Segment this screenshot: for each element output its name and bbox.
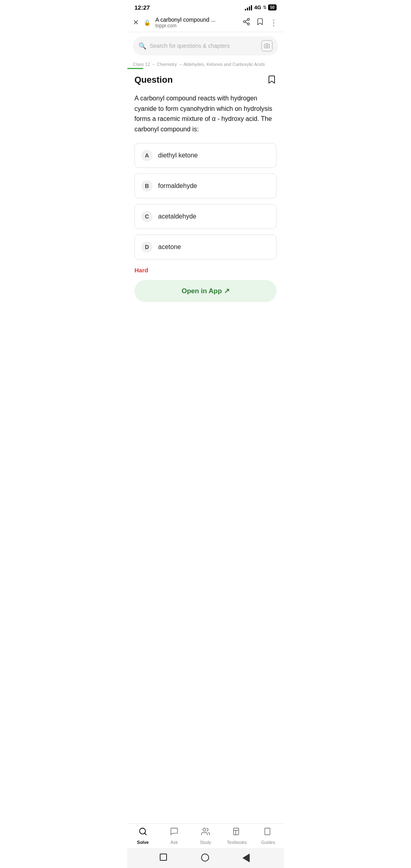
search-placeholder: Search for questions & chapters xyxy=(150,43,258,49)
question-heading: Question xyxy=(134,75,173,85)
svg-point-5 xyxy=(266,45,268,47)
question-body: A carbonyl compound reacts with hydrogen… xyxy=(134,93,277,134)
battery-indicator: 50 xyxy=(268,4,277,10)
url-block: A carbonyl compound ... toppr.com xyxy=(155,16,238,29)
option-d[interactable]: D acetone xyxy=(134,235,277,259)
question-header: Question xyxy=(134,75,277,87)
share-icon[interactable] xyxy=(242,18,250,28)
search-bar-container: 🔍 Search for questions & chapters xyxy=(127,32,284,59)
camera-icon[interactable] xyxy=(261,40,273,51)
option-b-badge: B xyxy=(141,180,153,192)
main-content: Question A carbonyl compound reacts with… xyxy=(127,69,284,312)
difficulty-label: Hard xyxy=(134,267,277,274)
close-icon[interactable]: ✕ xyxy=(133,18,139,27)
status-bar: 12:27 4G ⇅ 50 xyxy=(127,0,284,13)
status-time: 12:27 xyxy=(134,4,150,11)
option-b[interactable]: B formaldehyde xyxy=(134,174,277,198)
search-bar[interactable]: 🔍 Search for questions & chapters xyxy=(133,36,278,55)
option-c[interactable]: C acetaldehyde xyxy=(134,204,277,229)
open-in-app-button[interactable]: Open in App ↗ xyxy=(134,280,277,302)
bookmark-browser-icon[interactable] xyxy=(256,18,264,28)
breadcrumb: Class 12 → Chemistry → Aldehydes, Ketone… xyxy=(127,59,284,69)
page-domain: toppr.com xyxy=(155,23,238,29)
options-list: A diethyl ketone B formaldehyde C acetal… xyxy=(134,143,277,259)
option-c-text: acetaldehyde xyxy=(158,213,196,220)
option-a-badge: A xyxy=(141,150,153,161)
option-d-badge: D xyxy=(141,241,153,253)
open-in-app-label: Open in App ↗ xyxy=(181,287,229,295)
status-icons: 4G ⇅ 50 xyxy=(245,4,277,10)
option-c-badge: C xyxy=(141,211,153,222)
option-a-text: diethyl ketone xyxy=(158,152,198,159)
more-icon[interactable]: ⋮ xyxy=(270,18,278,27)
option-a[interactable]: A diethyl ketone xyxy=(134,143,277,168)
svg-line-3 xyxy=(245,22,248,23)
network-type: 4G xyxy=(254,4,261,10)
page-title: A carbonyl compound ... xyxy=(155,16,238,23)
option-d-text: acetone xyxy=(158,243,181,251)
option-b-text: formaldehyde xyxy=(158,182,197,190)
signal-icon xyxy=(245,5,252,10)
browser-actions: ⋮ xyxy=(242,18,278,28)
bookmark-question-icon[interactable] xyxy=(267,75,277,87)
search-icon: 🔍 xyxy=(138,42,146,50)
browser-bar: ✕ 🔒 A carbonyl compound ... toppr.com ⋮ xyxy=(127,13,284,32)
svg-line-4 xyxy=(245,20,248,21)
network-arrow: ⇅ xyxy=(263,5,267,10)
lock-icon: 🔒 xyxy=(144,19,151,26)
